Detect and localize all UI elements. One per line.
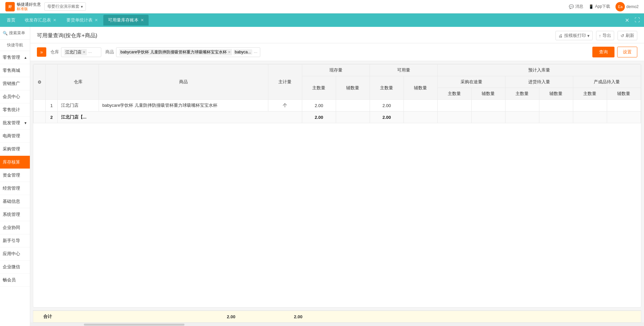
th-stock-main: 主数量 — [302, 76, 336, 100]
query-button[interactable]: 查询 — [592, 47, 614, 57]
th-avail-main: 主数量 — [370, 76, 404, 100]
tab-bar-actions: ✕ ⛶ — [624, 16, 641, 25]
th-production-aux: 辅数量 — [607, 88, 641, 100]
sidebar-item-retail-stats[interactable]: 零售统计 — [0, 103, 30, 117]
industry-select[interactable]: 母婴行业演示账套 ▾ — [44, 2, 86, 11]
logo-icon: 好 — [5, 2, 15, 11]
table-footer: 合计 2.00 2.00 — [33, 310, 641, 323]
th-available: 可用量 — [370, 64, 437, 76]
sidebar-item-finance[interactable]: 资金管理 — [0, 169, 30, 182]
sidebar-item-retail-mgmt[interactable]: 零售管理 — [0, 51, 30, 64]
tab-close-icon[interactable]: ✕ — [95, 18, 98, 22]
th-no — [46, 64, 58, 100]
th-incoming: 进货待入量 — [505, 76, 573, 88]
warehouse-filter: 仓库 江北门店 ✕ ··· — [50, 47, 101, 57]
gear-icon[interactable]: ⚙ — [38, 80, 42, 85]
sidebar-item-member[interactable]: 会员中心 — [0, 90, 30, 103]
export-button[interactable]: ↑ 导出 — [596, 31, 614, 40]
quick-nav[interactable]: 快捷导航 — [0, 40, 30, 51]
group-row: 2 江北门店【... 2.00 2.00 — [34, 111, 641, 123]
sidebar-item-ecommerce[interactable]: 电商管理 — [0, 130, 30, 143]
filter-toggle-button[interactable]: » — [37, 47, 46, 57]
td-unit: 个 — [268, 100, 302, 111]
footer-avail-main: 2.00 — [281, 314, 315, 319]
logo: 好 畅捷通好生意 标准版 — [5, 2, 41, 11]
table-row: 1 江北门店 babycare学饮杯 儿童防摔防撞吸管杯重力球吸嘴杯宝宝水杯 个… — [34, 100, 641, 111]
sidebar-item-marketing[interactable]: 营销推广 — [0, 77, 30, 90]
product-tag-close-1[interactable]: ✕ — [228, 50, 231, 54]
data-table-wrap: ⚙ 仓库 商品 主计量 现存量 可用量 预计入库量 主数量 辅数量 主数量 — [33, 64, 641, 308]
sidebar-item-inventory[interactable]: 库存核算 — [0, 156, 30, 169]
refresh-button[interactable]: ↺ 刷新 — [618, 31, 637, 40]
user-profile[interactable]: Ea demo2 — [615, 2, 639, 11]
sidebar-item-wholesale[interactable]: 批发管理 — [0, 117, 30, 130]
sidebar-item-vip[interactable]: 畅会员 — [0, 274, 30, 287]
horizontal-scrollbar[interactable] — [30, 323, 644, 326]
td-purchase-aux — [471, 100, 505, 111]
th-purchase: 采购在途量 — [437, 76, 505, 88]
tab-available-ledger[interactable]: 可用量库存账本 ✕ — [103, 15, 149, 26]
sidebar-item-purchase[interactable]: 采购管理 — [0, 143, 30, 156]
content-area: 可用量查询(按仓库+商品) 🖨 按模板打印 ▾ ↑ 导出 ↺ 刷新 — [30, 27, 644, 326]
page-title: 可用量查询(按仓库+商品) — [37, 32, 97, 39]
group-td-stock-aux — [336, 111, 370, 123]
group-td-incoming-aux — [539, 111, 573, 123]
group-td-gear — [34, 111, 46, 123]
td-purchase-main — [437, 100, 471, 111]
scrollbar-thumb[interactable] — [84, 324, 184, 326]
sidebar-item-newbie[interactable]: 新手引导 — [0, 234, 30, 247]
th-purchase-aux: 辅数量 — [471, 88, 505, 100]
chevron-down-icon: ▾ — [587, 33, 590, 38]
td-gear — [34, 100, 46, 111]
sidebar: 🔍 搜索菜单 快捷导航 零售管理 零售商城 营销推广 会员中心 零售统计 批发管… — [0, 27, 30, 326]
print-button[interactable]: 🖨 按模板打印 ▾ — [555, 31, 593, 40]
chevron-down-icon: ▾ — [81, 4, 83, 9]
tab-receive-pay[interactable]: 收发存汇总表 ✕ — [20, 15, 61, 26]
group-td-no: 2 — [46, 111, 58, 123]
th-gear[interactable]: ⚙ — [34, 64, 46, 100]
th-avail-aux: 辅数量 — [404, 76, 437, 100]
sidebar-item-operations[interactable]: 经营管理 — [0, 182, 30, 195]
search-icon: 🔍 — [3, 31, 8, 36]
close-window-button[interactable]: ✕ — [624, 16, 631, 25]
message-icon: 💬 — [569, 4, 574, 9]
tab-home[interactable]: 首页 — [3, 15, 19, 26]
td-production-aux — [607, 100, 641, 111]
th-production: 产成品待入量 — [573, 76, 641, 88]
group-td-stock-main: 2.00 — [302, 111, 336, 123]
th-stock: 现存量 — [302, 64, 370, 76]
product-tag-1: babycare学饮杯 儿童防摔防撞吸管杯重力球吸嘴杯宝宝水杯 ✕ — [119, 49, 232, 55]
sidebar-item-basic-info[interactable]: 基础信息 — [0, 195, 30, 208]
group-td-production-main — [573, 111, 607, 123]
sidebar-item-retail-store[interactable]: 零售商城 — [0, 64, 30, 77]
td-warehouse: 江北门店 — [58, 100, 99, 111]
group-td-incoming-main — [505, 111, 539, 123]
avatar: Ea — [615, 2, 625, 11]
settings-button[interactable]: 设置 — [617, 47, 637, 57]
sidebar-item-system[interactable]: 系统管理 — [0, 208, 30, 221]
sidebar-item-wechat-biz[interactable]: 企业微信 — [0, 261, 30, 274]
top-bar: 好 畅捷通好生意 标准版 母婴行业演示账套 ▾ 💬 消息 📱 App下载 Ea … — [0, 0, 644, 13]
group-td-purchase-main — [437, 111, 471, 123]
tab-close-icon[interactable]: ✕ — [141, 18, 144, 22]
th-incoming-aux: 辅数量 — [539, 88, 573, 100]
maximize-button[interactable]: ⛶ — [633, 16, 641, 25]
tab-bar: 首页 收发存汇总表 ✕ 要货单统计表 ✕ 可用量库存账本 ✕ ✕ ⛶ — [0, 13, 644, 27]
th-planned: 预计入库量 — [437, 64, 641, 76]
app-download-button[interactable]: 📱 App下载 — [589, 4, 610, 9]
product-input[interactable]: babycare学饮杯 儿童防摔防撞吸管杯重力球吸嘴杯宝宝水杯 ✕ babyca… — [116, 47, 260, 57]
search-menu[interactable]: 🔍 搜索菜单 — [0, 27, 30, 40]
sidebar-item-enterprise[interactable]: 企业协同 — [0, 221, 30, 234]
footer-stock-main: 2.00 — [214, 314, 248, 319]
tab-requisition[interactable]: 要货单统计表 ✕ — [62, 15, 103, 26]
message-button[interactable]: 💬 消息 — [569, 4, 583, 9]
tab-close-icon[interactable]: ✕ — [53, 18, 56, 22]
group-td-avail-aux — [404, 111, 437, 123]
th-production-main: 主数量 — [573, 88, 607, 100]
warehouse-input[interactable]: 江北门店 ✕ ··· — [61, 47, 101, 57]
td-production-main — [573, 100, 607, 111]
sidebar-item-app-center[interactable]: 应用中心 — [0, 247, 30, 261]
logo-text: 畅捷通好生意 标准版 — [17, 2, 41, 11]
footer-label: 合计 — [40, 314, 94, 320]
warehouse-tag-close[interactable]: ✕ — [83, 50, 86, 54]
